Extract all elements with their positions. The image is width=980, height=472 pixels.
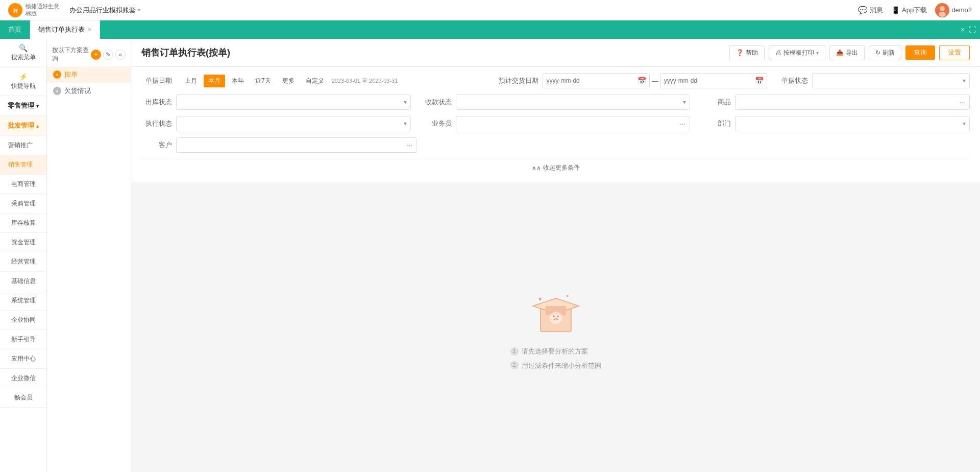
- export-button[interactable]: 📤 导出: [829, 45, 865, 60]
- system-label: 系统管理: [11, 297, 36, 304]
- delivery-status-select[interactable]: 全部 未出库 已出库 部分出库: [176, 95, 411, 110]
- print-button[interactable]: 🖨 按模板打印 ▾: [769, 45, 825, 60]
- goods-input[interactable]: [740, 99, 959, 106]
- svg-text:✦: ✦: [566, 294, 569, 298]
- collapse-panel-button[interactable]: «: [115, 50, 126, 60]
- basic-label: 基础信息: [11, 277, 36, 285]
- tab-close-icon[interactable]: ×: [88, 27, 91, 33]
- filter-row-1: 单据日期 上月 本月 本年 近7天 更多 自定义 2023-03-01 至 20…: [141, 73, 970, 88]
- custom-date-btn[interactable]: 自定义: [301, 75, 329, 87]
- expected-date-start-input[interactable]: [546, 77, 637, 84]
- filter-group-salesperson: 业务员 ···: [421, 116, 691, 131]
- tip-num-1: 1: [510, 347, 519, 356]
- svg-point-3: [940, 6, 945, 11]
- empty-illustration: ✦ ✦ ✦: [528, 283, 584, 339]
- sidebar-item-inventory[interactable]: 库存核算: [0, 214, 46, 233]
- recent7-btn[interactable]: 近7天: [251, 75, 276, 87]
- scheme-shortage-label: 欠货情况: [64, 86, 91, 96]
- sidebar-item-shortcut[interactable]: ⚡ 快捷导航: [0, 67, 46, 96]
- sidebar-item-sales[interactable]: 销售管理: [0, 155, 46, 175]
- expected-date-end-wrap: 📅: [660, 73, 767, 88]
- sidebar-item-ecommerce[interactable]: 电商管理: [0, 175, 46, 194]
- sidebar-item-basic[interactable]: 基础信息: [0, 272, 46, 291]
- this-year-btn[interactable]: 本年: [227, 75, 249, 87]
- order-status-select[interactable]: 全部 未审核 已审核 已关闭: [812, 73, 970, 88]
- settings-button[interactable]: 设置: [939, 45, 970, 60]
- collapse-up-icon: ∧∧: [532, 164, 541, 172]
- home-tab[interactable]: 首页: [0, 20, 30, 39]
- exec-status-label: 执行状态: [141, 119, 172, 128]
- user-profile-button[interactable]: demo2: [935, 3, 972, 17]
- salesperson-dots-button[interactable]: ···: [680, 120, 686, 128]
- add-scheme-button[interactable]: +: [91, 50, 101, 60]
- app-download-button[interactable]: 📱 App下载: [891, 6, 927, 15]
- more-date-btn[interactable]: 更多: [278, 75, 299, 87]
- filter-area: 单据日期 上月 本月 本年 近7天 更多 自定义 2023-03-01 至 20…: [131, 67, 980, 182]
- message-button[interactable]: 💬 消息: [858, 6, 883, 15]
- scheme-item-order[interactable]: ● 按单: [47, 66, 131, 83]
- sidebar-item-operation[interactable]: 经营管理: [0, 252, 46, 272]
- last-month-btn[interactable]: 上月: [180, 75, 202, 87]
- refresh-button[interactable]: ↻ 刷新: [869, 45, 901, 60]
- message-label: 消息: [870, 6, 883, 15]
- svg-text:✦: ✦: [538, 296, 542, 302]
- sidebar: 🔍 搜索菜单 ⚡ 快捷导航 零售管理 ▾ 批发管理 ▴ 营销推广 销售管理 电商…: [0, 39, 47, 472]
- sidebar-item-newbie[interactable]: 新手引导: [0, 330, 46, 349]
- sales-order-tab[interactable]: 销售订单执行表 ×: [30, 20, 100, 39]
- filter-group-payment-status: 收款状态 全部 未收款 已收款 部分收款: [421, 95, 691, 110]
- query-button[interactable]: 查询: [905, 45, 935, 60]
- shortcut-label: 快捷导航: [2, 82, 44, 90]
- app-download-icon: 📱: [891, 6, 900, 14]
- filter-group-expected-date: 预计交货日期 📅 — 📅: [498, 73, 767, 88]
- order-status-select-wrap: 全部 未审核 已审核 已关闭: [812, 73, 970, 88]
- tab-maximize-icon[interactable]: ⛶: [969, 26, 976, 33]
- sidebar-item-wholesale[interactable]: 批发管理 ▴: [0, 116, 46, 136]
- customer-input[interactable]: [181, 141, 407, 149]
- sidebar-item-appstore[interactable]: 应用中心: [0, 349, 46, 369]
- customer-dots-button[interactable]: ···: [407, 141, 413, 149]
- expected-date-end-input[interactable]: [664, 77, 755, 84]
- salesperson-label: 业务员: [421, 119, 452, 128]
- goods-label: 商品: [700, 98, 731, 107]
- sidebar-item-member[interactable]: 畅会员: [0, 388, 46, 408]
- home-tab-label: 首页: [8, 25, 21, 34]
- goods-dots-button[interactable]: ···: [959, 98, 965, 106]
- filter-group-order-status: 单据状态 全部 未审核 已审核 已关闭: [777, 73, 970, 88]
- help-label: 帮助: [746, 49, 758, 57]
- calendar-end-icon[interactable]: 📅: [755, 77, 764, 85]
- breadcrumb-text: 办公用品行业模拟账套: [69, 6, 136, 15]
- member-label: 畅会员: [14, 394, 33, 401]
- sidebar-item-system[interactable]: 系统管理: [0, 291, 46, 311]
- exec-status-select[interactable]: 全部 未执行 已执行 部分执行: [176, 116, 411, 131]
- order-status-label: 单据状态: [777, 76, 808, 85]
- edit-scheme-button[interactable]: ✎: [103, 50, 113, 60]
- filter-row-4: 客户 ···: [141, 137, 970, 153]
- salesperson-input[interactable]: [460, 120, 680, 128]
- help-button[interactable]: ❓ 帮助: [729, 45, 765, 60]
- sidebar-item-purchase[interactable]: 采购管理: [0, 194, 46, 214]
- department-select[interactable]: 全部: [735, 116, 970, 131]
- tab-minimize-icon[interactable]: ×: [961, 26, 965, 33]
- this-month-btn[interactable]: 本月: [204, 75, 225, 87]
- breadcrumb[interactable]: 办公用品行业模拟账套 ▾: [69, 6, 140, 15]
- collapse-button[interactable]: ∧∧ 收起更多条件: [532, 163, 580, 172]
- calendar-start-icon[interactable]: 📅: [638, 77, 646, 85]
- payment-status-select[interactable]: 全部 未收款 已收款 部分收款: [456, 95, 691, 110]
- scheme-item-shortage[interactable]: ● 欠货情况: [47, 83, 131, 99]
- inventory-label: 库存核算: [11, 219, 36, 226]
- date-range-text: 2023-03-01 至 2023-03-31: [332, 77, 398, 85]
- shortcut-icon: ⚡: [2, 73, 44, 81]
- filter-group-goods: 商品 ···: [700, 95, 970, 110]
- sidebar-item-retail[interactable]: 零售管理 ▾: [0, 96, 46, 116]
- left-panel-actions: + ✎ «: [91, 50, 126, 60]
- wholesale-arrow-icon: ▴: [36, 123, 39, 129]
- sidebar-item-wechat[interactable]: 企业微信: [0, 369, 46, 388]
- tip-num-2: 2: [510, 361, 519, 369]
- sidebar-item-finance[interactable]: 资金管理: [0, 233, 46, 252]
- sidebar-item-search[interactable]: 🔍 搜索菜单: [0, 39, 46, 67]
- svg-point-4: [939, 12, 946, 17]
- sidebar-item-enterprise[interactable]: 企业协同: [0, 311, 46, 330]
- sidebar-item-marketing[interactable]: 营销推广: [0, 136, 46, 155]
- tip-text-2: 用过滤条件来缩小分析范围: [522, 360, 601, 371]
- empty-tips: 1 请先选择要分析的方案 2 用过滤条件来缩小分析范围: [510, 345, 601, 371]
